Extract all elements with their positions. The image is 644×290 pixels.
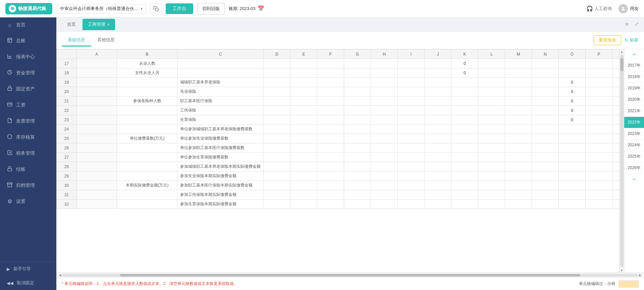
- cell-n30[interactable]: [532, 181, 559, 190]
- cell-n23[interactable]: [532, 115, 559, 125]
- cell-m18[interactable]: [505, 68, 532, 78]
- cell-j19[interactable]: [425, 78, 451, 87]
- cell-k31[interactable]: [451, 190, 478, 200]
- cell-p29[interactable]: [586, 171, 612, 181]
- cell-n17[interactable]: [532, 59, 559, 68]
- cell-g28[interactable]: [344, 162, 371, 171]
- cell-b29[interactable]: [117, 171, 177, 181]
- cell-k25[interactable]: [451, 134, 478, 143]
- cell-d19[interactable]: [264, 78, 290, 87]
- cell-k18[interactable]: 0: [451, 68, 478, 78]
- cell-j31[interactable]: [425, 190, 451, 200]
- sidebar-item-inventory[interactable]: 库存核算: [0, 129, 56, 145]
- cell-e29[interactable]: [290, 171, 317, 181]
- tab-close-button[interactable]: ×: [107, 22, 110, 27]
- cell-d18[interactable]: [264, 68, 290, 78]
- cell-o27[interactable]: [559, 153, 586, 162]
- v-scrollbar[interactable]: ▲ ▼: [619, 49, 624, 273]
- cell-g20[interactable]: [344, 87, 371, 96]
- cell-m27[interactable]: [505, 153, 532, 162]
- cell-g21[interactable]: [344, 96, 371, 106]
- cell-a18[interactable]: [77, 68, 117, 78]
- cell-g26[interactable]: [344, 143, 371, 153]
- sidebar-item-closing[interactable]: 结账: [0, 161, 56, 177]
- year-item-2026[interactable]: 2026年: [624, 162, 644, 174]
- cell-l23[interactable]: [478, 115, 505, 125]
- cell-p26[interactable]: [586, 143, 612, 153]
- cell-o18[interactable]: [559, 68, 586, 78]
- cell-k32[interactable]: [451, 200, 478, 209]
- cell-j30[interactable]: [425, 181, 451, 190]
- cell-h19[interactable]: [371, 78, 398, 87]
- cell-i29[interactable]: [398, 171, 425, 181]
- cell-l25[interactable]: [478, 134, 505, 143]
- cell-p18[interactable]: [586, 68, 612, 78]
- cell-c22[interactable]: 工伤保险: [177, 106, 264, 115]
- year-item-2021[interactable]: 2021年: [624, 105, 644, 117]
- scroll-up-button[interactable]: ▲: [620, 49, 624, 54]
- cell-i18[interactable]: [398, 68, 425, 78]
- cell-n22[interactable]: [532, 106, 559, 115]
- cell-i31[interactable]: [398, 190, 425, 200]
- cell-q21[interactable]: [612, 96, 620, 106]
- refresh-button[interactable]: ↻ 刷新: [625, 37, 639, 43]
- cell-k22[interactable]: [451, 106, 478, 115]
- cell-k30[interactable]: [451, 181, 478, 190]
- cell-p22[interactable]: [586, 106, 612, 115]
- cell-h21[interactable]: [371, 96, 398, 106]
- cell-f24[interactable]: [317, 125, 344, 134]
- cell-p27[interactable]: [586, 153, 612, 162]
- cell-f25[interactable]: [317, 134, 344, 143]
- cell-i24[interactable]: [398, 125, 425, 134]
- cell-o20[interactable]: 0: [559, 87, 586, 96]
- cell-c32[interactable]: 参加生育保险本期实际缴费金额: [177, 200, 264, 209]
- cell-o19[interactable]: 0: [559, 78, 586, 87]
- cell-e23[interactable]: [290, 115, 317, 125]
- tab-business[interactable]: 工商管理 ×: [83, 19, 115, 30]
- cell-d31[interactable]: [264, 190, 290, 200]
- cell-p28[interactable]: [586, 162, 612, 171]
- cell-a29[interactable]: [77, 171, 117, 181]
- cell-o25[interactable]: [559, 134, 586, 143]
- scroll-down-button[interactable]: ▼: [620, 268, 624, 273]
- cell-f28[interactable]: [317, 162, 344, 171]
- cell-e21[interactable]: [290, 96, 317, 106]
- cell-l17[interactable]: [478, 59, 505, 68]
- cell-a24[interactable]: [77, 125, 117, 134]
- cell-b25[interactable]: 单位缴费基数(万元): [117, 134, 177, 143]
- cell-d32[interactable]: [264, 200, 290, 209]
- cell-h30[interactable]: [371, 181, 398, 190]
- cell-d22[interactable]: [264, 106, 290, 115]
- cell-k26[interactable]: [451, 143, 478, 153]
- year-item-2020[interactable]: 2020年: [624, 94, 644, 105]
- cell-c23[interactable]: 生育保险: [177, 115, 264, 125]
- cell-f22[interactable]: [317, 106, 344, 115]
- cell-m31[interactable]: [505, 190, 532, 200]
- sidebar-item-payroll[interactable]: 工资: [0, 97, 56, 113]
- cell-m22[interactable]: [505, 106, 532, 115]
- year-item-2022[interactable]: 2022年: [624, 117, 644, 128]
- close-window-button[interactable]: ×: [625, 20, 629, 28]
- cell-e19[interactable]: [290, 78, 317, 87]
- cell-o29[interactable]: [559, 171, 586, 181]
- cell-m24[interactable]: [505, 125, 532, 134]
- cell-q31[interactable]: [612, 190, 620, 200]
- cell-i23[interactable]: [398, 115, 425, 125]
- cell-i25[interactable]: [398, 134, 425, 143]
- copy-button[interactable]: [150, 3, 162, 14]
- cell-n21[interactable]: [532, 96, 559, 106]
- cell-f27[interactable]: [317, 153, 344, 162]
- cell-n28[interactable]: [532, 162, 559, 171]
- year-item-2024[interactable]: 2024年: [624, 140, 644, 151]
- cell-k29[interactable]: [451, 171, 478, 181]
- cell-j23[interactable]: [425, 115, 451, 125]
- cell-k24[interactable]: [451, 125, 478, 134]
- cell-f31[interactable]: [317, 190, 344, 200]
- cell-q20[interactable]: [612, 87, 620, 96]
- cell-e31[interactable]: [290, 190, 317, 200]
- cell-l19[interactable]: [478, 78, 505, 87]
- cell-l24[interactable]: [478, 125, 505, 134]
- cell-o21[interactable]: 0: [559, 96, 586, 106]
- sub-tab-basic[interactable]: 基础信息: [62, 34, 91, 47]
- cell-e26[interactable]: [290, 143, 317, 153]
